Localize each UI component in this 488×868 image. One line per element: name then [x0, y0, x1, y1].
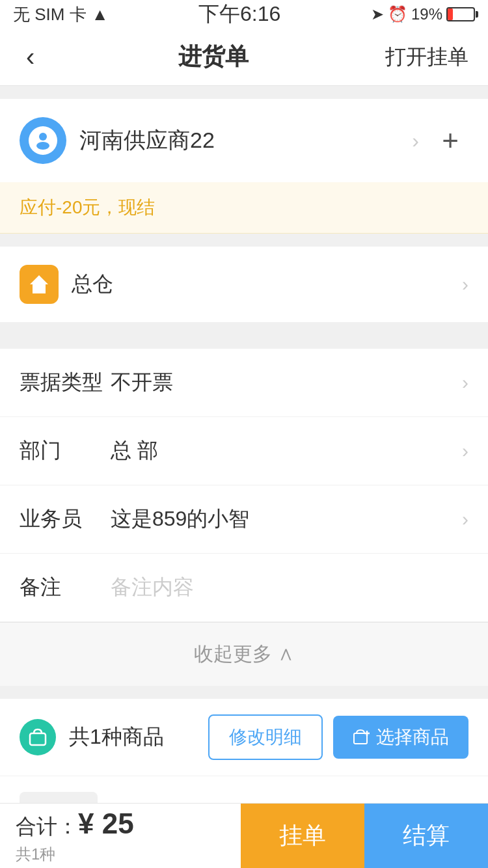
invoice-type-chevron-icon: › — [462, 372, 468, 394]
svg-rect-4 — [354, 733, 367, 744]
status-left: 无 SIM 卡 ▲ — [13, 3, 108, 26]
supplier-avatar-inner — [29, 126, 57, 155]
warehouse-label: 总仓 — [72, 270, 462, 299]
carrier-text: 无 SIM 卡 — [13, 3, 87, 26]
form-section: 票据类型 不开票 › 部门 总 部 › 业务员 这是859的小智 › 备注 备注… — [0, 349, 488, 686]
product-header: 共1种商品 修改明细 选择商品 — [0, 699, 488, 776]
section-gap-3 — [0, 323, 488, 336]
section-gap-2 — [0, 234, 488, 247]
supplier-chevron-icon: › — [412, 129, 419, 153]
add-supplier-button[interactable]: + — [432, 122, 468, 159]
supplier-row[interactable]: 河南供应商22 › + — [0, 99, 488, 182]
salesperson-label: 业务员 — [20, 505, 104, 534]
total-amount-value: ¥ 25 — [78, 807, 134, 839]
warehouse-icon — [20, 265, 59, 304]
form-row-department[interactable]: 部门 总 部 › — [0, 417, 488, 485]
remark-placeholder: 备注内容 — [111, 573, 468, 602]
warehouse-chevron-icon: › — [462, 273, 468, 295]
cart-add-icon — [353, 728, 371, 746]
department-value: 总 部 — [111, 437, 462, 465]
form-row-salesperson[interactable]: 业务员 这是859的小智 › — [0, 485, 488, 554]
checkout-button[interactable]: 结算 — [364, 804, 488, 868]
supplier-alert: 应付-20元，现结 — [0, 182, 488, 234]
location-icon: ➤ — [371, 5, 384, 23]
person-icon — [33, 130, 53, 151]
total-sub-label: 共1种 — [16, 844, 225, 865]
battery-text: 19% — [411, 5, 442, 23]
salesperson-chevron-icon: › — [462, 508, 468, 530]
house-icon — [27, 273, 51, 296]
form-row-invoice[interactable]: 票据类型 不开票 › — [0, 349, 488, 417]
warehouse-section: 总仓 › — [0, 247, 488, 323]
status-right: ➤ ⏰ 19% — [371, 5, 475, 23]
page-title: 进货单 — [178, 41, 249, 73]
back-button[interactable]: ‹ — [20, 36, 41, 78]
department-chevron-icon: › — [462, 440, 468, 462]
open-hang-button[interactable]: 打开挂单 — [385, 43, 468, 72]
section-gap-1 — [0, 86, 488, 99]
product-count: 共1种商品 — [69, 723, 208, 752]
svg-marker-2 — [30, 275, 48, 293]
shopping-icon — [27, 727, 48, 748]
department-label: 部门 — [20, 437, 104, 465]
battery-icon — [446, 7, 475, 21]
supplier-name: 河南供应商22 — [79, 126, 412, 156]
select-product-label: 选择商品 — [376, 725, 449, 750]
status-time: 下午6:16 — [198, 0, 280, 29]
select-product-button[interactable]: 选择商品 — [333, 716, 468, 759]
hang-button[interactable]: 挂单 — [241, 804, 364, 868]
bottom-bar: 合计：¥ 25 共1种 挂单 结算 — [0, 803, 488, 868]
total-amount: 合计：¥ 25 — [16, 807, 225, 841]
invoice-type-label: 票据类型 — [20, 368, 104, 397]
supplier-avatar — [20, 117, 66, 164]
edit-detail-button[interactable]: 修改明细 — [208, 714, 323, 760]
form-row-remark[interactable]: 备注 备注内容 — [0, 554, 488, 622]
supplier-section: 河南供应商22 › + 应付-20元，现结 — [0, 99, 488, 234]
alarm-icon: ⏰ — [388, 5, 407, 23]
warehouse-row[interactable]: 总仓 › — [0, 247, 488, 323]
remark-label: 备注 — [20, 573, 104, 602]
wifi-icon: ▲ — [92, 5, 109, 25]
svg-rect-3 — [30, 733, 46, 745]
product-icon — [20, 719, 56, 755]
collapse-button[interactable]: 收起更多 ∧ — [0, 622, 488, 686]
invoice-type-value: 不开票 — [111, 368, 462, 397]
status-bar: 无 SIM 卡 ▲ 下午6:16 ➤ ⏰ 19% — [0, 0, 488, 29]
total-section: 合计：¥ 25 共1种 — [0, 804, 241, 868]
salesperson-value: 这是859的小智 — [111, 505, 462, 534]
svg-point-1 — [36, 142, 49, 150]
svg-point-0 — [39, 133, 47, 141]
nav-bar: ‹ 进货单 打开挂单 — [0, 29, 488, 86]
